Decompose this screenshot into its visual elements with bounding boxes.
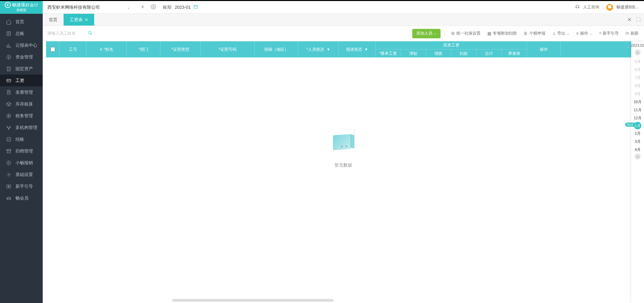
tab-home[interactable]: 首页 xyxy=(43,14,64,26)
period-month[interactable]: 8月 xyxy=(635,82,640,90)
period-month[interactable]: 4月 xyxy=(635,145,640,154)
coin-icon xyxy=(6,54,11,60)
sidebar-item-label: 新手引导 xyxy=(15,183,33,189)
sidebar-item-fund[interactable]: 资金管理 xyxy=(0,51,43,63)
filter-icon[interactable]: ▼ xyxy=(365,47,368,51)
org-icon xyxy=(6,125,11,130)
filter-icon[interactable]: ▼ xyxy=(327,47,330,51)
period-month[interactable]: 11月 xyxy=(634,106,641,114)
sidebar-item-label: 结账 xyxy=(15,136,24,142)
operate-dropdown[interactable]: ≡操作⌄ xyxy=(574,29,594,38)
th-id-type[interactable]: *证照类型 xyxy=(160,41,201,57)
th-performance[interactable]: 绩效 xyxy=(426,49,451,57)
year-badge: 2023 xyxy=(625,123,635,127)
th-send-status[interactable]: 报送状态▼ xyxy=(339,41,376,57)
chart-icon xyxy=(6,43,11,48)
period-month[interactable]: 7月 xyxy=(635,74,640,82)
special-deduction-link[interactable]: ▦专项附加扣除 xyxy=(485,29,519,38)
sidebar-item-label: 税务管理 xyxy=(15,113,33,119)
svg-point-0 xyxy=(153,6,154,7)
company-selector[interactable]: 西安虾米网络科技有限公司 ⌄ xyxy=(43,4,135,10)
th-group-label: 应发工资 xyxy=(376,41,527,49)
search-input[interactable] xyxy=(46,29,93,38)
th-nation[interactable]: 国籍（地区） xyxy=(255,41,298,57)
sidebar-item-report-sale[interactable]: 小畅报销 xyxy=(0,157,43,169)
link-label: 操作 xyxy=(580,31,588,36)
empty-text: 暂无数据 xyxy=(335,162,352,168)
th-label: *人员状态 xyxy=(306,47,324,52)
period-month[interactable]: 9月 xyxy=(635,90,640,98)
th-status[interactable]: *人员状态▼ xyxy=(298,41,339,57)
building-icon xyxy=(6,66,11,72)
svg-point-8 xyxy=(10,126,11,127)
link-label: 刷新 xyxy=(631,31,639,36)
sidebar-item-home[interactable]: 首页 xyxy=(0,16,43,28)
sidebar-item-invoice[interactable]: 发票管理 xyxy=(0,86,43,98)
th-basic-salary[interactable]: *基本工资 xyxy=(376,49,401,57)
sidebar-item-label: 工资 xyxy=(15,78,24,84)
period-month[interactable]: 6月 xyxy=(635,66,640,74)
period-next-button[interactable]: ∨ xyxy=(635,154,641,160)
collapse-handle[interactable]: » xyxy=(625,41,631,303)
consult-link[interactable]: 人工咨询 xyxy=(583,4,599,10)
th-deduction[interactable]: 扣款 xyxy=(451,49,477,57)
sidebar-item-tax[interactable]: 税务管理 xyxy=(0,110,43,122)
sidebar-item-guide[interactable]: 新手引导 xyxy=(0,180,43,192)
period-month[interactable]: 5月 xyxy=(635,57,640,66)
sidebar-item-gl[interactable]: 总账 xyxy=(0,28,43,39)
period-month-current[interactable]: 2023 1月 xyxy=(634,122,641,129)
empty-illustration xyxy=(328,128,358,155)
sidebar-item-settings[interactable]: 基础设置 xyxy=(0,169,43,180)
th-checkbox xyxy=(46,41,60,57)
sidebar-item-cloud-report[interactable]: 云报表中心 xyxy=(0,39,43,51)
sidebar-item-archive[interactable]: 归档管理 xyxy=(0,145,43,157)
tax-report-link[interactable]: 🗎个税申报 xyxy=(522,29,547,38)
sidebar-item-fixed-asset[interactable]: 固定资产 xyxy=(0,63,43,75)
select-all-checkbox[interactable] xyxy=(50,47,55,52)
period-month[interactable]: 10月 xyxy=(634,98,641,106)
close-icon[interactable]: ✕ xyxy=(85,17,88,22)
th-pension[interactable]: 养老保 xyxy=(502,49,527,57)
search-icon[interactable] xyxy=(88,31,92,36)
add-person-button[interactable]: 添加人员⌄ xyxy=(412,29,441,38)
svg-rect-5 xyxy=(7,79,11,82)
sidebar-item-salary[interactable]: 工资 xyxy=(0,75,43,86)
button-label: 添加人员 xyxy=(416,31,432,36)
th-id-no[interactable]: *证照号码 xyxy=(201,41,255,57)
sidebar-item-member[interactable]: 畅会员 xyxy=(0,192,43,204)
social-settings-link[interactable]: ⚙统一社保设置 xyxy=(449,29,483,38)
period-month[interactable]: 3月 xyxy=(635,137,640,145)
th-name[interactable]: ▲▼*姓名 xyxy=(86,41,127,57)
sort-icon[interactable]: ▲▼ xyxy=(100,48,102,51)
avatar[interactable] xyxy=(606,4,613,11)
fullscreen-icon[interactable]: ⛶ xyxy=(636,17,641,22)
horizontal-scrollbar[interactable] xyxy=(172,299,334,302)
calendar-icon[interactable] xyxy=(193,4,198,10)
refresh-link[interactable]: ⟳刷新 xyxy=(623,29,641,38)
th-allowance[interactable]: 津贴 xyxy=(401,49,426,57)
export-dropdown[interactable]: ⤓导出⌄ xyxy=(550,29,571,38)
svg-point-15 xyxy=(88,31,91,34)
tab-salary-sheet[interactable]: 工资表 ✕ xyxy=(64,14,94,26)
sliders-icon: ≡ xyxy=(576,31,579,36)
gear-icon[interactable] xyxy=(151,4,156,11)
th-dept[interactable]: *部门 xyxy=(127,41,160,57)
user-name[interactable]: 畅捷通B组... xyxy=(616,4,639,10)
sidebar-item-multi-org[interactable]: 多机构管理 xyxy=(0,122,43,133)
svg-rect-10 xyxy=(7,137,11,141)
sidebar-item-inventory[interactable]: 库存核算 xyxy=(0,98,43,110)
th-total[interactable]: 合计 xyxy=(477,49,502,57)
period-month[interactable]: 12月 xyxy=(634,114,641,122)
period-prev-button[interactable]: ∧ xyxy=(635,49,641,55)
th-id[interactable]: 工号 xyxy=(60,41,86,57)
sidebar-item-close[interactable]: 结账 xyxy=(0,133,43,145)
gear-icon xyxy=(6,172,11,177)
chevron-down-icon: ⌄ xyxy=(567,32,569,35)
sidebar: 首页 总账 云报表中心 资金管理 固定资产 工资 发票管理 库存核算 税务管理 … xyxy=(0,14,43,303)
add-company-icon[interactable]: + xyxy=(141,4,145,11)
check-icon xyxy=(6,137,11,142)
close-panel-icon[interactable]: ✕ xyxy=(627,16,632,23)
period-month[interactable]: 2月 xyxy=(635,129,640,137)
sidebar-item-label: 归档管理 xyxy=(15,148,33,154)
guide-link[interactable]: ?新手引导 xyxy=(597,29,621,38)
